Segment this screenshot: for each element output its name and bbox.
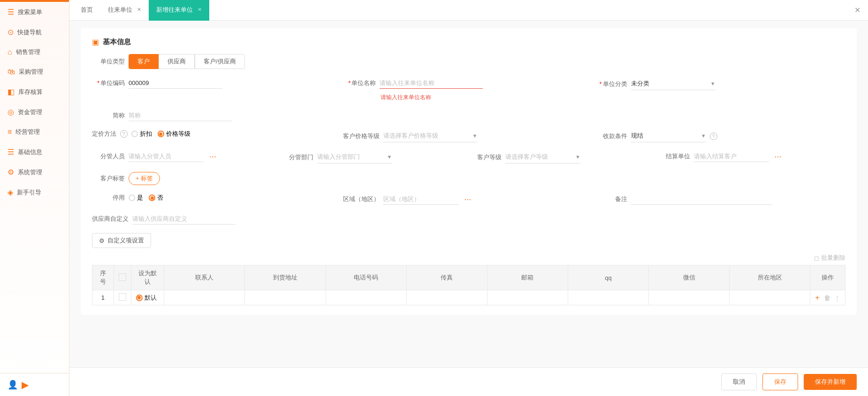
phone-input[interactable] [331, 294, 402, 301]
th-check [114, 265, 131, 290]
cell-phone[interactable] [326, 290, 406, 305]
contact-input[interactable] [169, 294, 240, 301]
radio-discount[interactable]: 折扣 [131, 130, 152, 138]
unit-category-label: 单位分类 [603, 80, 627, 87]
sidebar-item-quick-nav[interactable]: ⊙ 快捷导航 [0, 22, 69, 42]
pricing-method-label: 定价方法 [92, 130, 116, 137]
disabled-radio-group: 是 否 [129, 194, 163, 202]
gear-icon: ⚙ [99, 237, 105, 244]
cell-wechat[interactable] [649, 290, 730, 305]
short-name-input[interactable] [129, 110, 232, 121]
cancel-button[interactable]: 取消 [721, 373, 757, 390]
save-button[interactable]: 保存 [762, 373, 798, 390]
sidebar-item-purchase[interactable]: 🛍 采购管理 [0, 62, 69, 82]
row-region-input[interactable] [734, 294, 805, 301]
unit-type-row: 单位类型 客户 供应商 客户/供应商 [92, 54, 845, 69]
sidebar-item-inventory[interactable]: ◧ 库存核算 [0, 82, 69, 102]
add-tag-btn[interactable]: + 标签 [129, 172, 160, 185]
payment-help-icon[interactable]: ? [710, 132, 717, 140]
sidebar-item-finance[interactable]: ◎ 资金管理 [0, 102, 69, 122]
sidebar: ☰ 搜索菜单 ⊙ 快捷导航 ⌂ 销售管理 🛍 采购管理 ◧ 库存核算 ◎ 资金管… [0, 0, 69, 396]
supervisor-label: 分管人员 [92, 152, 125, 161]
cell-contact[interactable] [164, 290, 245, 305]
close-new-partner-tab[interactable]: ✕ [198, 7, 202, 13]
cell-fax[interactable] [406, 290, 487, 305]
cell-email[interactable] [487, 290, 568, 305]
remark-input[interactable] [631, 194, 772, 205]
radio-disabled-yes[interactable]: 是 [129, 194, 143, 202]
radio-price-level[interactable]: 价格等级 [158, 130, 190, 138]
unit-name-input[interactable] [380, 78, 483, 89]
btn-customer[interactable]: 客户 [129, 54, 159, 69]
th-wechat: 微信 [649, 265, 730, 290]
department-field: 分管部门 请输入分管部门 ▼ [281, 151, 469, 163]
radio-default[interactable]: 默认 [136, 294, 160, 302]
wechat-input[interactable] [654, 294, 724, 301]
cell-address[interactable] [245, 290, 326, 305]
fax-input[interactable] [411, 294, 482, 301]
email-input[interactable] [492, 294, 563, 301]
address-input[interactable] [250, 294, 320, 301]
tab-bar: 首页 往来单位 ✕ 新增往来单位 ✕ ✕ [69, 0, 868, 21]
row-checkbox[interactable] [119, 293, 126, 301]
th-contact: 联系人 [164, 265, 245, 290]
tab-new-partner[interactable]: 新增往来单位 ✕ [149, 0, 209, 21]
settlement-unit-field: 结算单位 ··· [657, 151, 846, 162]
custom-settings-btn[interactable]: ⚙ 自定义项设置 [92, 233, 151, 248]
cell-qq[interactable] [568, 290, 648, 305]
settlement-unit-label: 结算单位 [657, 152, 690, 161]
remark-field: 备注 [594, 194, 845, 205]
customer-level-select[interactable]: 请选择客户等级 ▼ [505, 151, 580, 163]
unit-category-select[interactable]: 未分类 ▼ [631, 78, 716, 90]
th-seq: 序号 [92, 265, 114, 290]
select-all-checkbox[interactable] [119, 273, 126, 281]
tab-partners[interactable]: 往来单位 ✕ [100, 0, 149, 21]
cell-action: + 🗑 ⋮ [810, 290, 845, 305]
sidebar-item-search[interactable]: ☰ 搜索菜单 [0, 2, 69, 22]
cell-region[interactable] [730, 290, 810, 305]
remark-label: 备注 [594, 195, 627, 203]
close-all-tabs[interactable]: ✕ [851, 6, 864, 15]
th-default: 设为默认 [131, 265, 164, 290]
batch-delete-label[interactable]: 批量删除 [821, 254, 845, 262]
sidebar-item-system[interactable]: ⚙ 系统管理 [0, 162, 69, 182]
radio-disabled-no[interactable]: 否 [149, 194, 163, 202]
disabled-label: 停用 [92, 194, 125, 202]
save-add-button[interactable]: 保存并新增 [804, 374, 857, 390]
department-select[interactable]: 请输入分管部门 ▼ [317, 151, 392, 163]
unit-code-input[interactable] [129, 78, 222, 89]
sidebar-bottom-expand: ▶ [22, 379, 29, 390]
unit-name-label: 单位名称 [351, 79, 376, 86]
btn-both[interactable]: 客户/供应商 [195, 54, 245, 69]
price-level-chevron: ▼ [472, 133, 477, 139]
th-phone: 电话号码 [326, 265, 406, 290]
payment-terms-select[interactable]: 现结 ▼ [631, 130, 706, 142]
disabled-yes-circle [129, 194, 135, 201]
basic-fields-row: *单位编码 *单位名称 请输入往来单位名称 *单位分类 未分类 ▼ [92, 78, 845, 101]
region-input[interactable] [383, 194, 458, 205]
pricing-help-icon[interactable]: ? [120, 130, 128, 138]
region-more-btn[interactable]: ··· [462, 194, 473, 204]
supplier-custom-input[interactable] [132, 213, 236, 225]
qq-input[interactable] [573, 294, 644, 301]
th-fax: 传真 [406, 265, 487, 290]
close-partners-tab[interactable]: ✕ [137, 7, 141, 13]
sidebar-bottom: 👤 ▶ [0, 373, 69, 396]
supervisor-more-btn[interactable]: ··· [207, 152, 218, 162]
pricing-radio-group: 折扣 价格等级 [131, 130, 190, 138]
section-title: 基本信息 [103, 38, 131, 47]
sidebar-item-operations[interactable]: ≡ 经营管理 [0, 122, 69, 142]
customer-price-level-select[interactable]: 请选择客户价格等级 ▼ [383, 130, 477, 142]
supplier-custom-field: 供应商自定义 [92, 213, 845, 225]
drag-handle[interactable]: ⋮ [834, 295, 840, 302]
settlement-more-btn[interactable]: ··· [773, 152, 784, 162]
settlement-unit-input[interactable] [694, 151, 769, 162]
btn-supplier[interactable]: 供应商 [159, 54, 195, 69]
delete-row-btn[interactable]: 🗑 [824, 294, 830, 302]
tab-home[interactable]: 首页 [73, 0, 100, 21]
sidebar-item-sales[interactable]: ⌂ 销售管理 [0, 42, 69, 62]
supervisor-input[interactable] [129, 151, 204, 162]
add-row-btn[interactable]: + [815, 294, 819, 302]
sidebar-item-guide[interactable]: ◈ 新手引导 [0, 182, 69, 202]
sidebar-item-basic-info[interactable]: ☰ 基础信息 [0, 142, 69, 162]
